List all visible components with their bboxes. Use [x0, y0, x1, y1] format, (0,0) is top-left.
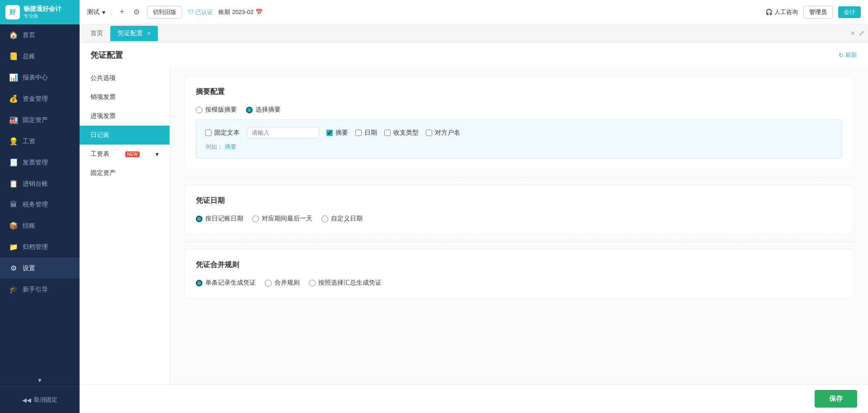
sidebar-item-settings[interactable]: ⚙ 设置 — [0, 258, 80, 279]
content-area: 凭证配置 ↻ 刷新 公共选项 销项发票 进项发票 — [80, 42, 868, 413]
sidebar-label-fixed-assets: 固定资产 — [23, 116, 48, 124]
checkbox-counterpart[interactable]: 对方户名 — [426, 129, 460, 137]
manager-btn[interactable]: 管理员 — [803, 6, 833, 19]
checkbox-fixed-text-input[interactable] — [205, 130, 212, 136]
sidebar-item-invoices[interactable]: 🧾 发票管理 — [0, 152, 80, 173]
certified-status: 🛡 已认证 — [188, 8, 213, 16]
sidebar-label-settings: 设置 — [23, 264, 35, 272]
calendar-icon[interactable]: 📅 — [255, 9, 263, 15]
topbar: 测试 ▾ | + ⚙ 切到旧版 🛡 已认证 账期 2023-02 📅 🎧 人工咨… — [80, 0, 868, 24]
nav-item-sales-invoice[interactable]: 销项发票 — [80, 88, 170, 107]
shield-icon: 🛡 — [188, 9, 193, 15]
checkbox-payment-type[interactable]: 收支类型 — [384, 129, 419, 137]
project-name: 测试 — [87, 8, 99, 16]
sidebar-item-home[interactable]: 🏠 首页 — [0, 24, 80, 46]
refresh-label: 刷新 — [845, 51, 857, 59]
fixed-text-input[interactable] — [247, 127, 319, 138]
tab-bar-expand-btn[interactable]: ⤢ — [859, 29, 864, 38]
sidebar-item-ledger[interactable]: 📒 总账 — [0, 46, 80, 67]
page-title: 凭证配置 — [90, 50, 123, 61]
tab-bar-close-btn[interactable]: × — [851, 29, 855, 38]
sidebar-item-purchase-sales[interactable]: 📋 进销台账 — [0, 173, 80, 194]
right-content: 摘要配置 按模版摘要 选择摘要 — [170, 65, 868, 384]
tab-home[interactable]: 首页 — [83, 26, 110, 41]
add-project-btn[interactable]: + — [118, 5, 127, 19]
radio-custom-date[interactable]: 自定义日期 — [321, 215, 363, 223]
checkbox-summary[interactable]: 摘要 — [326, 129, 348, 137]
checkbox-summary-label: 摘要 — [335, 129, 348, 137]
radio-select-summary[interactable]: 选择摘要 — [246, 106, 281, 114]
app-edition: 专业版 — [24, 13, 61, 19]
sidebar-item-reports[interactable]: 📊 报表中心 — [0, 67, 80, 88]
nav-item-payroll-table[interactable]: 工资表 NEW ▾ — [80, 145, 170, 164]
sidebar-item-archive[interactable]: 📁 归档管理 — [0, 236, 80, 258]
checkbox-payment-type-input[interactable] — [384, 130, 391, 136]
page-wrapper: 凭证配置 ↻ 刷新 公共选项 销项发票 进项发票 — [80, 42, 868, 413]
topbar-settings-btn[interactable]: ⚙ — [132, 6, 142, 18]
radio-journal-date[interactable]: 按日记账日期 — [196, 215, 243, 223]
sidebar-item-fixed-assets[interactable]: 🏭 固定资产 — [0, 109, 80, 131]
radio-journal-date-input[interactable] — [196, 216, 203, 222]
purchase-sales-icon: 📋 — [9, 179, 18, 188]
checkbox-date-input[interactable] — [355, 130, 362, 136]
payroll-icon: 👷 — [9, 137, 18, 145]
cancel-fixed-btn[interactable]: ◀◀ 取消固定 — [0, 391, 80, 408]
nav-label-fixed-assets-config: 固定资产 — [90, 169, 116, 176]
sidebar-label-tax: 税务管理 — [23, 201, 48, 209]
tab-voucher-config[interactable]: 凭证配置 × — [110, 26, 158, 41]
radio-by-select-input[interactable] — [309, 280, 316, 286]
radio-last-day[interactable]: 对应期间最后一天 — [252, 215, 312, 223]
nav-item-public[interactable]: 公共选项 — [80, 69, 170, 88]
checkbox-date[interactable]: 日期 — [355, 129, 377, 137]
sidebar-scroll-down-btn[interactable]: ▼ — [0, 375, 80, 386]
tab-close-icon[interactable]: × — [147, 30, 151, 37]
refresh-btn[interactable]: ↻ 刷新 — [839, 51, 857, 59]
radio-select-summary-label: 选择摘要 — [255, 106, 281, 114]
new-badge: NEW — [125, 151, 139, 157]
app-name: 畅捷通好会计 — [24, 5, 61, 13]
inner-layout: 公共选项 销项发票 进项发票 日记账 工资表 NEW — [80, 65, 868, 384]
radio-single-record-input[interactable] — [196, 280, 203, 286]
merge-title: 凭证合并规则 — [196, 260, 842, 270]
radio-template-summary[interactable]: 按模版摘要 — [196, 106, 237, 114]
nav-item-fixed-assets-config[interactable]: 固定资产 — [80, 164, 170, 183]
radio-merge-rule-input[interactable] — [265, 280, 272, 286]
radio-last-day-input[interactable] — [252, 216, 259, 222]
role-btn[interactable]: 会计 — [838, 6, 861, 18]
refresh-icon: ↻ — [839, 52, 844, 59]
sidebar-label-purchase-sales: 进销台账 — [23, 180, 48, 188]
nav-label-public: 公共选项 — [90, 74, 116, 81]
checkbox-summary-input[interactable] — [326, 130, 333, 136]
radio-merge-rule[interactable]: 合并规则 — [265, 279, 300, 287]
radio-template-summary-input[interactable] — [196, 107, 203, 113]
bottom-bar: 保存 — [80, 384, 868, 413]
home-icon: 🏠 — [9, 31, 18, 39]
checkbox-fixed-text-label: 固定文本 — [214, 129, 240, 137]
radio-custom-date-input[interactable] — [321, 216, 328, 222]
nav-item-purchase-invoice[interactable]: 进项发票 — [80, 107, 170, 126]
sidebar-item-funds[interactable]: 💰 资金管理 — [0, 88, 80, 109]
save-button[interactable]: 保存 — [815, 390, 857, 408]
sidebar-label-reports: 报表中心 — [23, 74, 48, 82]
merge-radio-group: 单条记录生成凭证 合并规则 按照选择汇总生成凭证 — [196, 279, 842, 287]
radio-custom-date-label: 自定义日期 — [331, 215, 363, 223]
consult-btn[interactable]: 🎧 人工咨询 — [765, 8, 798, 16]
main-area: 测试 ▾ | + ⚙ 切到旧版 🛡 已认证 账期 2023-02 📅 🎧 人工咨… — [80, 0, 868, 413]
radio-single-record[interactable]: 单条记录生成凭证 — [196, 279, 256, 287]
sidebar-label-guide: 新手引导 — [23, 286, 48, 294]
sidebar-item-payroll[interactable]: 👷 工资 — [0, 131, 80, 152]
radio-select-summary-input[interactable] — [246, 107, 253, 113]
checkbox-fixed-text[interactable]: 固定文本 — [205, 129, 240, 137]
sidebar-item-tax[interactable]: 🏛 税务管理 — [0, 194, 80, 215]
sidebar-item-close[interactable]: 📦 结账 — [0, 215, 80, 236]
old-version-btn[interactable]: 切到旧版 — [147, 6, 182, 19]
merge-section: 凭证合并规则 单条记录生成凭证 合并规则 — [184, 249, 854, 298]
fixed-assets-icon: 🏭 — [9, 116, 18, 124]
nav-item-journal[interactable]: 日记账 — [80, 126, 170, 145]
sidebar-item-guide[interactable]: 🎓 新手引导 — [0, 279, 80, 300]
checkbox-payment-type-label: 收支类型 — [393, 129, 419, 137]
checkbox-counterpart-input[interactable] — [426, 130, 432, 136]
radio-journal-date-label: 按日记账日期 — [205, 215, 243, 223]
project-selector[interactable]: 测试 ▾ — [87, 8, 105, 16]
radio-by-select[interactable]: 按照选择汇总生成凭证 — [309, 279, 382, 287]
